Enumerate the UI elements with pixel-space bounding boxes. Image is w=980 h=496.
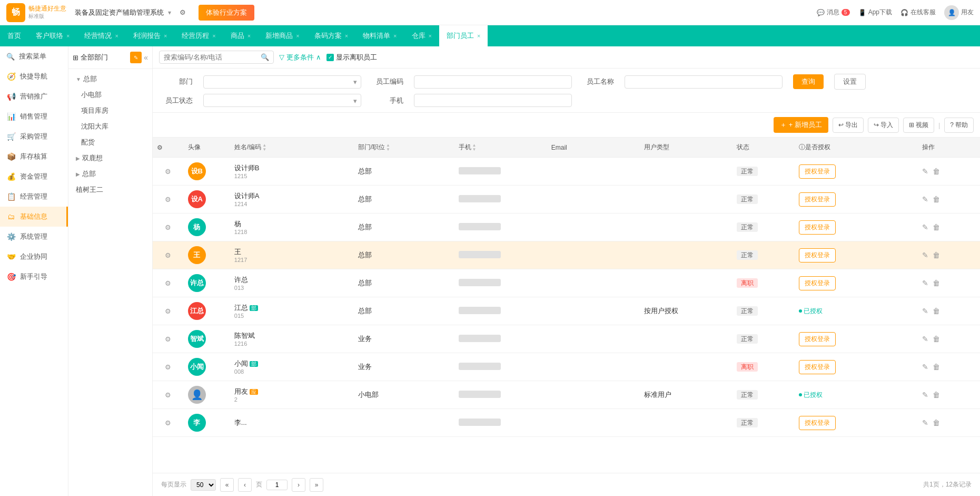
sidebar-item-management[interactable]: 📋 经营管理 [0,187,68,207]
dept-add-icon[interactable]: ✎ [130,52,142,63]
delete-icon[interactable]: 🗑 [933,307,940,315]
auth-login-button[interactable]: 授权登录 [799,416,836,430]
auth-login-button[interactable]: 授权登录 [799,276,836,290]
sidebar-item-finance[interactable]: 💰 资金管理 [0,167,68,187]
edit-icon[interactable]: ✎ [922,419,928,427]
more-filter-button[interactable]: ▽ 更多条件 ∧ [279,53,321,62]
edit-icon[interactable]: ✎ [922,223,928,231]
delete-icon[interactable]: 🗑 [933,363,940,371]
sidebar-item-system[interactable]: ⚙️ 系统管理 [0,227,68,247]
filter-phone-input[interactable] [414,94,572,107]
delete-icon[interactable]: 🗑 [933,419,940,427]
filter-name-input[interactable] [625,75,783,89]
close-icon[interactable]: × [296,33,299,39]
dept-node-shuanglu[interactable]: ▶ 双鹿想 [68,150,152,166]
close-icon[interactable]: × [248,33,251,39]
online-service-button[interactable]: 🎧 在线客服 [900,8,936,17]
close-icon[interactable]: × [429,33,432,39]
auth-login-button[interactable]: 授权登录 [799,360,836,374]
help-button[interactable]: ? 帮助 [944,118,974,133]
dept-node-zhishuwang[interactable]: 植树王二 [68,182,152,198]
auth-login-button[interactable]: 授权登录 [799,192,836,207]
export-button[interactable]: ↩ 导出 [833,118,864,133]
edit-icon[interactable]: ✎ [922,363,928,371]
row-settings-icon[interactable]: ⚙ [165,251,171,259]
row-settings-icon[interactable]: ⚙ [165,391,171,399]
edit-icon[interactable]: ✎ [922,167,928,176]
sidebar-item-marketing[interactable]: 📢 营销推广 [0,86,68,106]
dept-node-peihuo[interactable]: 配货 [77,134,152,150]
edit-icon[interactable]: ✎ [922,279,928,287]
col-name-code[interactable]: 姓名/编码 ▲▼ [230,138,354,158]
message-button[interactable]: 💬 消息 5 [817,8,850,17]
current-page-input[interactable] [266,480,288,490]
tab-history[interactable]: 经营历程 × [174,25,223,46]
settings-button[interactable]: ⚙ [175,5,190,20]
auth-login-button[interactable]: 授权登录 [799,220,836,235]
dept-collapse-icon[interactable]: « [144,53,148,62]
tab-warehouse[interactable]: 仓库 × [404,25,439,46]
sidebar-item-collab[interactable]: 🤝 企业协同 [0,247,68,267]
sidebar-item-basic[interactable]: 🗂 基础信息 [0,207,68,227]
search-icon[interactable]: 🔍 [261,53,269,61]
dept-node-zongbu-parent[interactable]: ▼ 总部 [68,71,152,87]
prev-page-button[interactable]: ‹ [238,478,252,492]
sidebar-item-guide[interactable]: 🎯 新手引导 [0,267,68,287]
user-avatar-button[interactable]: 👤 用友 [944,5,974,20]
delete-icon[interactable]: 🗑 [933,335,940,343]
close-icon[interactable]: × [345,33,348,39]
add-employee-button[interactable]: ＋ + 新增员工 [774,117,828,133]
auth-login-button[interactable]: 授权登录 [799,164,836,179]
sidebar-search[interactable]: 🔍 搜索菜单 [0,46,68,66]
import-button[interactable]: ↪ 导入 [868,118,899,133]
system-arrow-icon[interactable]: ▾ [168,9,171,16]
tab-barcode[interactable]: 条码方案 × [307,25,355,46]
tab-operation[interactable]: 经营情况 × [77,25,125,46]
view-button[interactable]: ⊞ 视频 [903,118,934,133]
tab-customer[interactable]: 客户联络 × [28,25,77,46]
edit-icon[interactable]: ✎ [922,307,928,315]
row-settings-icon[interactable]: ⚙ [165,168,171,176]
per-page-select[interactable]: 50 [191,479,216,491]
dept-node-xiangmukufang[interactable]: 项目库房 [77,103,152,119]
auth-login-button[interactable]: 授权登录 [799,332,836,346]
col-settings[interactable]: ⚙ [153,138,184,158]
edit-icon[interactable]: ✎ [922,335,928,343]
next-page-button[interactable]: › [292,478,305,492]
sidebar-item-purchase[interactable]: 🛒 采购管理 [0,127,68,147]
first-page-button[interactable]: « [220,478,234,492]
delete-icon[interactable]: 🗑 [933,167,940,176]
tab-bom[interactable]: 物料清单 × [355,25,404,46]
close-icon[interactable]: × [66,33,70,39]
delete-icon[interactable]: 🗑 [933,223,940,231]
tab-goods[interactable]: 商品 × [223,25,258,46]
row-settings-icon[interactable]: ⚙ [165,279,171,287]
delete-icon[interactable]: 🗑 [933,195,940,203]
close-icon[interactable]: × [164,33,167,39]
sidebar-item-sales[interactable]: 📊 销售管理 [0,106,68,127]
edit-icon[interactable]: ✎ [922,251,928,259]
dept-node-shenyangdaku[interactable]: 沈阳大库 [77,119,152,134]
close-icon[interactable]: × [115,33,118,39]
delete-icon[interactable]: 🗑 [933,391,940,399]
search-input[interactable] [164,53,259,61]
row-settings-icon[interactable]: ⚙ [165,363,171,371]
tab-profit[interactable]: 利润报告 × [126,25,174,46]
col-phone[interactable]: 手机 ▲▼ [454,138,547,158]
row-settings-icon[interactable]: ⚙ [165,335,171,343]
sidebar-item-quicknav[interactable]: 🧭 快捷导航 [0,66,68,86]
filter-status-select[interactable] [203,94,361,107]
trial-button[interactable]: 体验行业方案 [199,5,254,21]
row-settings-icon[interactable]: ⚙ [165,419,171,427]
query-button[interactable]: 查询 [793,74,824,89]
close-icon[interactable]: × [212,33,215,39]
row-settings-icon[interactable]: ⚙ [165,196,171,203]
filter-code-input[interactable] [414,75,572,89]
sidebar-item-inventory[interactable]: 📦 库存核算 [0,147,68,167]
close-icon[interactable]: × [477,33,480,39]
edit-icon[interactable]: ✎ [922,195,928,203]
app-download-button[interactable]: 📱 App下载 [858,8,892,17]
delete-icon[interactable]: 🗑 [933,279,940,287]
row-settings-icon[interactable]: ⚙ [165,223,171,231]
dept-node-zongbu2[interactable]: ▶ 总部 [68,166,152,182]
